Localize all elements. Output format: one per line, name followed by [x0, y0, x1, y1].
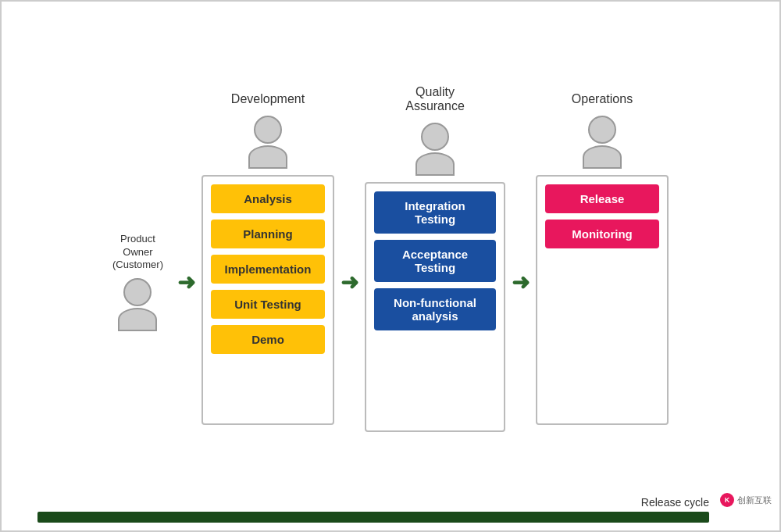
- task-unit-testing: Unit Testing: [211, 290, 325, 319]
- ops-box: Release Monitoring: [536, 175, 669, 425]
- task-analysis: Analysis: [211, 184, 325, 213]
- task-integration-testing: IntegrationTesting: [374, 191, 496, 234]
- diagram-area: ProductOwner(Customer) ➜ Development Ana…: [25, 17, 756, 492]
- watermark-text: 创新互联: [737, 495, 772, 506]
- arrow-1: ➜: [177, 270, 195, 295]
- task-demo: Demo: [211, 325, 325, 354]
- arrow-2-container: ➜: [334, 223, 365, 295]
- dev-person-body: [248, 145, 287, 169]
- person-head: [123, 278, 152, 306]
- task-non-functional: Non-functionalanalysis: [374, 288, 496, 330]
- qa-person-head: [421, 123, 449, 151]
- main-container: ProductOwner(Customer) ➜ Development Ana…: [0, 0, 781, 532]
- qa-box: IntegrationTesting AcceptanceTesting Non…: [365, 182, 505, 432]
- development-column: Development Analysis Planning Implementa…: [201, 92, 334, 425]
- product-owner-section: ProductOwner(Customer): [112, 186, 163, 332]
- task-acceptance-testing: AcceptanceTesting: [374, 240, 496, 282]
- task-monitoring: Monitoring: [545, 220, 659, 248]
- watermark-icon: K: [720, 493, 734, 507]
- development-title: Development: [231, 92, 305, 106]
- watermark: K 创新互联: [720, 493, 772, 507]
- qa-column: QualityAssurance IntegrationTesting Acce…: [365, 85, 505, 432]
- qa-person: [415, 123, 455, 176]
- bottom-section: Release cycle: [25, 496, 756, 523]
- product-owner-icon: [118, 278, 157, 331]
- arrow-2: ➜: [341, 270, 358, 295]
- release-cycle-bar: [37, 512, 709, 523]
- ops-person-body: [583, 145, 622, 169]
- arrow-3-container: ➜: [505, 223, 536, 295]
- person-body: [118, 308, 157, 331]
- task-planning: Planning: [211, 220, 325, 248]
- dev-person-head: [254, 116, 282, 144]
- ops-title: Operations: [572, 92, 633, 106]
- qa-title: QualityAssurance: [405, 85, 465, 113]
- ops-column: Operations Release Monitoring: [536, 92, 669, 425]
- release-cycle-label: Release cycle: [641, 496, 709, 509]
- development-person: [248, 116, 287, 169]
- ops-person: [583, 116, 622, 169]
- task-implementation: Implementation: [211, 255, 325, 284]
- ops-person-head: [588, 116, 616, 144]
- arrow-3: ➜: [512, 270, 530, 295]
- task-release: Release: [545, 184, 659, 213]
- arrow-1-container: ➜: [171, 223, 201, 295]
- product-owner-label: ProductOwner(Customer): [112, 233, 163, 273]
- qa-person-body: [415, 152, 455, 176]
- development-box: Analysis Planning Implementation Unit Te…: [201, 175, 334, 425]
